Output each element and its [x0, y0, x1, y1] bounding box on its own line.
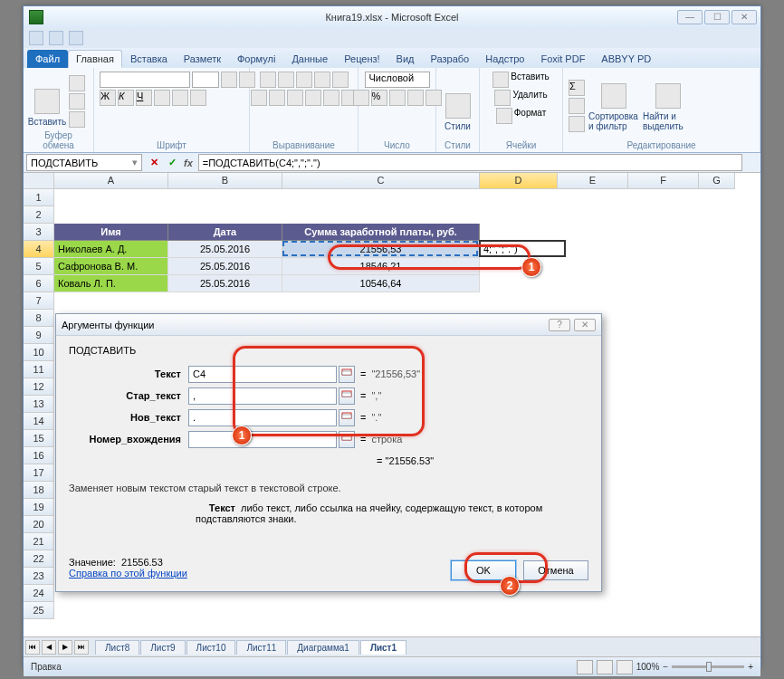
arg-input-0[interactable]	[188, 366, 337, 383]
border-icon[interactable]	[154, 90, 170, 106]
arg-input-1[interactable]	[188, 387, 337, 405]
cell-date-1[interactable]: 25.05.2016	[168, 258, 282, 275]
cells-delete-button[interactable]: Удалить	[494, 90, 547, 106]
collapse-dialog-icon[interactable]	[339, 431, 355, 448]
sheet-nav-first[interactable]: ⏮	[25, 640, 40, 655]
tab-addins[interactable]: Надстро	[477, 50, 532, 68]
cells-format-button[interactable]: Формат	[496, 108, 547, 124]
row-header-20[interactable]: 20	[24, 516, 54, 533]
zoom-in-button[interactable]: +	[748, 662, 753, 672]
percent-icon[interactable]: %	[371, 90, 387, 106]
row-header-8[interactable]: 8	[24, 310, 54, 327]
function-help-link[interactable]: Справка по этой функции	[69, 568, 187, 579]
row-header-19[interactable]: 19	[24, 499, 54, 516]
dialog-close-button[interactable]: ✕	[574, 319, 596, 331]
font-color-icon[interactable]	[190, 90, 206, 106]
row-header-12[interactable]: 12	[24, 378, 54, 396]
collapse-dialog-icon[interactable]	[339, 409, 355, 426]
row-header-11[interactable]: 11	[24, 361, 54, 378]
row-header-15[interactable]: 15	[24, 430, 54, 447]
tab-abbyy[interactable]: ABBYY PD	[593, 50, 659, 68]
sheet-tab-Лист9[interactable]: Лист9	[140, 640, 185, 655]
autosum-icon[interactable]: Σ	[569, 80, 585, 96]
sheet-nav-next[interactable]: ▶	[58, 640, 72, 655]
row-header-24[interactable]: 24	[24, 585, 54, 602]
indent-dec-icon[interactable]	[305, 90, 321, 106]
formula-bar[interactable]: =ПОДСТАВИТЬ(C4;",";".")	[198, 154, 742, 171]
cell-sum-1[interactable]: 18546,21	[282, 258, 480, 275]
row-header-4[interactable]: 4	[24, 241, 54, 258]
row-header-9[interactable]: 9	[24, 327, 54, 344]
row-header-23[interactable]: 23	[24, 568, 54, 585]
view-normal-icon[interactable]	[577, 660, 593, 674]
align-middle-icon[interactable]	[278, 72, 294, 88]
col-header-C[interactable]: C	[282, 173, 480, 189]
orientation-icon[interactable]	[314, 72, 330, 88]
ok-button[interactable]: OK	[451, 560, 516, 580]
styles-button[interactable]: Стили	[442, 81, 473, 131]
row-header-1[interactable]: 1	[24, 189, 54, 206]
maximize-button[interactable]: ☐	[704, 10, 730, 24]
row-header-18[interactable]: 18	[24, 482, 54, 499]
find-button[interactable]: Найти и выделить	[643, 81, 693, 131]
cut-icon[interactable]	[69, 75, 85, 91]
row-header-5[interactable]: 5	[24, 258, 54, 275]
row-header-22[interactable]: 22	[24, 550, 54, 568]
bold-icon[interactable]: Ж	[100, 90, 116, 106]
cell-name-1[interactable]: Сафронова В. М.	[54, 258, 168, 275]
undo-icon[interactable]	[49, 31, 63, 45]
row-header-13[interactable]: 13	[24, 396, 54, 413]
dialog-titlebar[interactable]: Аргументы функции ? ✕	[56, 314, 601, 336]
name-box[interactable]: ПОДСТАВИТЬ▾	[26, 154, 142, 171]
tab-file[interactable]: Файл	[27, 50, 68, 68]
sheet-tab-Лист10[interactable]: Лист10	[186, 640, 236, 655]
col-header-G[interactable]: G	[699, 173, 735, 189]
comma-icon[interactable]	[389, 90, 406, 106]
collapse-dialog-icon[interactable]	[339, 387, 355, 405]
copy-icon[interactable]	[69, 93, 85, 110]
tab-review[interactable]: Реценз!	[336, 50, 387, 68]
header-sum[interactable]: Сумма заработной платы, руб.	[282, 224, 480, 241]
row-header-21[interactable]: 21	[24, 533, 54, 550]
view-layout-icon[interactable]	[597, 660, 613, 674]
col-header-D[interactable]: D	[480, 173, 558, 189]
number-format-select[interactable]: Числовой	[365, 72, 430, 88]
inc-decimal-icon[interactable]	[407, 90, 424, 106]
cell-name-0[interactable]: Николаев А. Д.	[54, 241, 168, 258]
sheet-nav-last[interactable]: ⏭	[74, 640, 89, 655]
row-header-16[interactable]: 16	[24, 447, 54, 464]
cancel-formula-icon[interactable]: ✕	[148, 157, 160, 169]
font-select[interactable]	[100, 72, 190, 88]
row-header-10[interactable]: 10	[24, 344, 54, 361]
paste-button[interactable]: Вставить	[29, 76, 65, 127]
align-right-icon[interactable]	[287, 90, 303, 106]
row-header-3[interactable]: 3	[24, 224, 54, 241]
cell-date-0[interactable]: 25.05.2016	[168, 241, 282, 258]
sheet-tab-Лист1[interactable]: Лист1	[360, 640, 406, 655]
italic-icon[interactable]: К	[118, 90, 134, 106]
fill-icon[interactable]	[569, 98, 585, 114]
row-header-17[interactable]: 17	[24, 464, 54, 482]
row-header-7[interactable]: 7	[24, 292, 54, 310]
row-header-2[interactable]: 2	[24, 206, 54, 224]
font-size[interactable]	[192, 72, 219, 88]
align-bottom-icon[interactable]	[296, 72, 312, 88]
grow-font-icon[interactable]	[221, 72, 237, 88]
sheet-nav-prev[interactable]: ◀	[42, 640, 56, 655]
header-date[interactable]: Дата	[168, 224, 282, 241]
format-painter-icon[interactable]	[69, 111, 85, 128]
tab-data[interactable]: Данные	[283, 50, 336, 68]
sheet-tab-Лист11[interactable]: Лист11	[236, 640, 286, 655]
sheet-tab-Диаграмма1[interactable]: Диаграмма1	[287, 640, 359, 655]
select-all-corner[interactable]	[24, 173, 54, 189]
cell-sum-0[interactable]: 21556,53	[282, 241, 480, 258]
view-pagebreak-icon[interactable]	[617, 660, 633, 674]
cell-name-2[interactable]: Коваль Л. П.	[54, 275, 168, 292]
indent-inc-icon[interactable]	[323, 90, 339, 106]
header-name[interactable]: Имя	[54, 224, 168, 241]
zoom-slider[interactable]	[672, 665, 744, 668]
tab-home[interactable]: Главная	[68, 50, 122, 68]
tab-formulas[interactable]: Формулі	[229, 50, 283, 68]
align-center-icon[interactable]	[269, 90, 285, 106]
col-header-A[interactable]: A	[54, 173, 168, 189]
